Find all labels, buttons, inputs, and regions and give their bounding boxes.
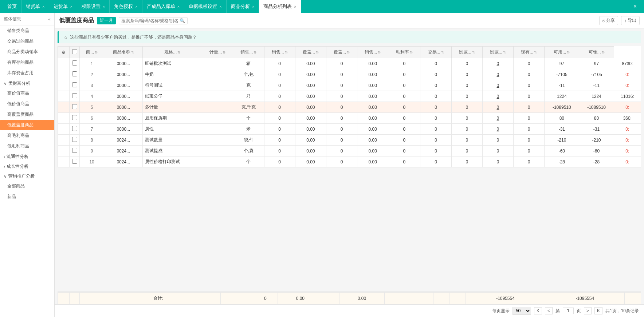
row-trade: 0 (451, 135, 482, 146)
row-name[interactable]: 属性价格打印测试 (143, 156, 202, 167)
col-code[interactable]: 商...⇅ (80, 47, 104, 58)
sidebar-section-growth[interactable]: › 成长性分析 (0, 161, 54, 171)
nav-template-settings[interactable]: 单据模板设置 × (184, 0, 226, 13)
row-checkbox[interactable] (72, 148, 77, 153)
row-cover1: 0 (326, 58, 357, 69)
col-sales-v[interactable]: 销售...⇅ (357, 47, 388, 58)
sidebar-collapse-btn[interactable]: « (48, 17, 51, 22)
row-checkbox-cell (70, 80, 80, 91)
nav-analysis-list-close[interactable]: × (294, 4, 296, 9)
sidebar-item-sales-goods[interactable]: 销售类商品 (0, 25, 54, 36)
nav-sales-order-close[interactable]: × (42, 4, 44, 9)
col-current-stock[interactable]: 现有...⇅ (514, 47, 545, 58)
row-name[interactable]: 牛奶 (143, 69, 202, 80)
row-browse1[interactable]: 0 (482, 58, 513, 69)
row-browse1[interactable]: 0 (482, 69, 513, 80)
export-button[interactable]: ↑ 导出 (621, 16, 640, 25)
col-available[interactable]: 可用...⇅ (545, 47, 579, 58)
sidebar-item-high-coverage[interactable]: 高覆盖度商品 (0, 109, 54, 120)
col-gross-rate[interactable]: 毛利率⇅ (388, 47, 420, 58)
nav-home[interactable]: 首页 (3, 0, 21, 13)
row-browse1[interactable]: 0 (482, 124, 513, 135)
sidebar-section-circulation[interactable]: › 流通性分析 (0, 151, 54, 161)
row-browse1[interactable]: 0 (482, 102, 513, 113)
row-name[interactable]: 眠宝公仔 (143, 91, 202, 102)
col-browse1[interactable]: 浏览...⇅ (451, 47, 482, 58)
nav-sales-order[interactable]: 销货单 × (21, 0, 49, 13)
row-browse1[interactable]: 0 (482, 80, 513, 91)
nav-permission-settings[interactable]: 权限设置 × (77, 0, 110, 13)
last-page-btn[interactable]: K (594, 307, 602, 314)
col-browse2[interactable]: 浏览...⇅ (482, 47, 513, 58)
sidebar-item-high-value[interactable]: 高价值商品 (0, 88, 54, 99)
nav-finished-goods[interactable]: 产成品入库单 × (142, 0, 184, 13)
col-spec[interactable]: 规格...⇅ (143, 47, 202, 58)
sidebar-section-wealth[interactable]: ∨ 类财富分析 (0, 78, 54, 88)
row-checkbox[interactable] (72, 104, 77, 109)
sidebar-item-low-coverage[interactable]: 低覆盖度商品 (0, 120, 54, 130)
prev-page-btn[interactable]: < (545, 307, 553, 314)
col-sales-qty[interactable]: 销售...⇅ (233, 47, 264, 58)
nav-finished-close[interactable]: × (177, 4, 180, 9)
row-browse1[interactable]: 0 (482, 146, 513, 156)
close-all-tabs[interactable]: × (629, 3, 641, 10)
row-name[interactable]: 测试提成 (143, 146, 202, 156)
period-button[interactable]: 近一月 (97, 17, 116, 24)
col-trade[interactable]: 交易...⇅ (420, 47, 451, 58)
sidebar-item-new-goods[interactable]: 新品 (0, 191, 54, 202)
nav-product-analysis[interactable]: 商品分析 × (227, 0, 259, 13)
row-name[interactable]: 符号测试 (143, 80, 202, 91)
col-settings[interactable]: ⚙ (58, 47, 70, 58)
col-saleable[interactable]: 可销...⇅ (579, 47, 614, 58)
row-checkbox[interactable] (72, 159, 77, 164)
sidebar-item-stock-capital[interactable]: 库存资金占用 (0, 68, 54, 78)
row-checkbox[interactable] (72, 82, 77, 87)
row-browse1[interactable]: 0 (482, 113, 513, 124)
total-title: 合计: (96, 293, 221, 304)
page-size-select[interactable]: 50 20 100 (513, 307, 531, 315)
col-name[interactable]: 商品名称⇅ (104, 47, 143, 58)
nav-permission-close[interactable]: × (103, 4, 105, 9)
col-unit[interactable]: 计量...⇅ (202, 47, 233, 58)
row-name[interactable]: 旺铺批次测试 (143, 58, 202, 69)
select-all-checkbox[interactable] (72, 49, 77, 54)
row-name[interactable]: 多计量 (143, 102, 202, 113)
sidebar-item-traded-goods[interactable]: 交易过的商品 (0, 36, 54, 47)
row-browse1[interactable]: 0 (482, 135, 513, 146)
nav-product-analysis-list[interactable]: 商品分析列表 × (259, 0, 301, 13)
sidebar-item-low-margin[interactable]: 低毛利商品 (0, 141, 54, 151)
next-page-btn[interactable]: > (584, 307, 592, 314)
row-checkbox[interactable] (72, 60, 77, 66)
col-sales-amt[interactable]: 销售...⇅ (264, 47, 295, 58)
row-checkbox[interactable] (72, 93, 77, 98)
sidebar-section-marketing[interactable]: ∨ 营销推广分析 (0, 171, 54, 181)
sidebar-item-category-rate[interactable]: 商品分类动销率 (0, 47, 54, 57)
nav-analysis-close[interactable]: × (252, 4, 254, 9)
row-name[interactable]: 属性 (143, 124, 202, 135)
row-name[interactable]: 测试数量 (143, 135, 202, 146)
sidebar-item-low-value[interactable]: 低价值商品 (0, 99, 54, 109)
row-checkbox[interactable] (72, 115, 77, 120)
search-input[interactable] (121, 18, 180, 23)
nav-purchase-order-close[interactable]: × (70, 4, 72, 9)
row-browse1[interactable]: 0 (482, 91, 513, 102)
row-name[interactable]: 启用保质期 (143, 113, 202, 124)
settings-icon[interactable]: ⚙ (62, 50, 66, 55)
sidebar-item-stocked-goods[interactable]: 有库存的商品 (0, 57, 54, 68)
page-number-input[interactable] (563, 308, 574, 314)
nav-role-close[interactable]: × (135, 4, 137, 9)
nav-role-auth[interactable]: 角色授权 × (110, 0, 142, 13)
sidebar-item-all-goods[interactable]: 全部商品 (0, 181, 54, 191)
share-button[interactable]: ⎋ 分享 (599, 16, 618, 25)
row-checkbox[interactable] (72, 126, 77, 131)
row-sales-qty: 0 (264, 91, 295, 102)
row-browse1[interactable]: 0 (482, 156, 513, 167)
first-page-btn[interactable]: K (534, 307, 542, 314)
row-checkbox[interactable] (72, 137, 77, 142)
sidebar-item-high-margin[interactable]: 高毛利商品 (0, 130, 54, 141)
row-checkbox[interactable] (72, 71, 77, 76)
col-cover2[interactable]: 覆盖...⇅ (326, 47, 357, 58)
col-cover1[interactable]: 覆盖...⇅ (295, 47, 326, 58)
nav-purchase-order[interactable]: 进货单 × (49, 0, 77, 13)
nav-template-close[interactable]: × (219, 4, 221, 9)
